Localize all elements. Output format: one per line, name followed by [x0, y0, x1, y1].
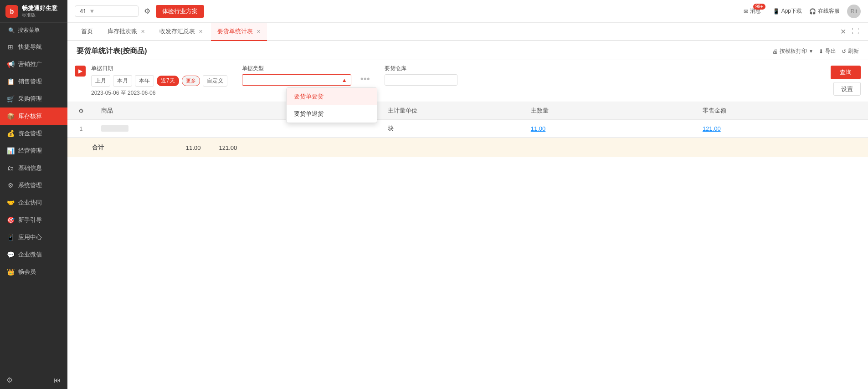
sidebar-nav: ⊞ 快捷导航 📢 营销推广 📋 销售管理 🛒 采购管理 📦 库存核算 💰 资金管…: [0, 38, 67, 371]
sidebar-item-label: 库存核算: [18, 112, 42, 120]
app-download-icon: 📱: [773, 8, 780, 15]
dropdown-item-return[interactable]: 要货单退货: [287, 105, 377, 123]
sales-icon: 📋: [6, 77, 15, 86]
sidebar-item-quick-nav[interactable]: ⊞ 快捷导航: [0, 38, 67, 56]
filter-actions: 查询 设置: [831, 66, 861, 96]
sidebar-item-member[interactable]: 👑 畅会员: [0, 263, 67, 281]
logo-text: 畅捷通好生意 标准版: [22, 5, 57, 18]
user-avatar[interactable]: Rit: [847, 5, 861, 18]
col-header-amount: 零售金额: [696, 102, 868, 120]
col-header-qty: 主数量: [524, 102, 696, 120]
service-icon: 🎧: [809, 8, 816, 15]
online-service-item[interactable]: 🎧 在线客服: [809, 7, 840, 15]
sidebar: b 畅捷通好生意 标准版 🔍 搜索菜单 ⊞ 快捷导航 📢 营销推广 📋 销售管理…: [0, 0, 67, 389]
sidebar-item-guide[interactable]: 🎯 新手引导: [0, 211, 67, 229]
tab-order-stat[interactable]: 要货单统计表 ✕: [211, 23, 267, 41]
date-btn-custom[interactable]: 自定义: [203, 75, 227, 87]
topbar: 41 ▼ ⚙ 体验行业方案 ✉ 消息 99+ 📱 App下载 🎧 在线客服 Ri…: [67, 0, 868, 23]
brand-name: 畅捷通好生意: [22, 5, 57, 12]
app-download-item[interactable]: 📱 App下载: [773, 7, 802, 15]
sidebar-item-sales[interactable]: 📋 销售管理: [0, 73, 67, 90]
sidebar-item-label: 新手引导: [18, 216, 42, 224]
date-btn-this-month[interactable]: 本月: [113, 75, 132, 87]
sidebar-item-basic[interactable]: 🗂 基础信息: [0, 159, 67, 177]
topbar-settings-icon[interactable]: ⚙: [144, 7, 150, 15]
page-actions: 🖨 按模板打印 ▼ ⬇ 导出 ↺ 刷新: [772, 47, 859, 55]
cell-amount: 121.00: [696, 120, 868, 138]
sidebar-item-inventory[interactable]: 📦 库存核算: [0, 107, 67, 125]
refresh-button[interactable]: ↺ 刷新: [842, 47, 859, 55]
filter-expand-button[interactable]: ▶: [75, 66, 86, 77]
tab-home[interactable]: 首页: [75, 23, 99, 41]
type-filter-label: 单据类型: [242, 65, 351, 72]
dropdown-item-replenish[interactable]: 要货单要货: [287, 88, 377, 105]
warehouse-input-row: [385, 74, 476, 86]
tab-batch-close[interactable]: ✕: [141, 29, 145, 35]
table-body: 1 块 11.00 121.00: [67, 120, 868, 138]
print-button[interactable]: 🖨 按模板打印 ▼: [772, 47, 813, 55]
settings-filter-button[interactable]: 设置: [833, 82, 861, 96]
tab-home-label: 首页: [81, 27, 93, 36]
sidebar-item-marketing[interactable]: 📢 营销推广: [0, 56, 67, 73]
message-badge: 99+: [753, 4, 765, 10]
tab-order-stat-label: 要货单统计表: [217, 27, 253, 36]
tab-batch[interactable]: 库存批次账 ✕: [101, 23, 151, 41]
sidebar-item-operations[interactable]: 📊 经营管理: [0, 142, 67, 159]
date-btn-7days[interactable]: 近7天: [157, 76, 179, 86]
sidebar-item-label: 资金管理: [18, 129, 42, 138]
type-filter-more[interactable]: •••: [360, 74, 370, 84]
wechat-icon: 💬: [6, 251, 15, 259]
trial-button[interactable]: 体验行业方案: [156, 5, 204, 18]
warehouse-filter-label: 要货仓库: [385, 65, 476, 72]
topbar-left: 41 ▼ ⚙ 体验行业方案: [75, 5, 204, 18]
search-icon: 🔍: [8, 27, 15, 34]
sidebar-item-finance[interactable]: 💰 资金管理: [0, 125, 67, 142]
sidebar-item-label: 基础信息: [18, 164, 42, 172]
tab-receive-close[interactable]: ✕: [199, 29, 203, 35]
purchase-icon: 🛒: [6, 95, 15, 103]
sidebar-item-label: 采购管理: [18, 95, 42, 103]
date-btn-last-month[interactable]: 上月: [91, 75, 110, 87]
sidebar-search[interactable]: 🔍 搜索菜单: [0, 23, 67, 38]
sidebar-item-label: 企业协同: [18, 199, 42, 207]
product-name-cell: [101, 125, 375, 132]
sidebar-item-appstore[interactable]: 📱 应用中心: [0, 229, 67, 246]
query-button[interactable]: 查询: [831, 66, 861, 79]
tab-order-stat-close[interactable]: ✕: [257, 29, 261, 35]
store-number: 41: [80, 8, 86, 15]
enterprise-icon: 🤝: [6, 199, 15, 207]
type-filter-input[interactable]: [246, 77, 342, 83]
sidebar-item-label: 经营管理: [18, 147, 42, 155]
date-btn-this-year[interactable]: 本年: [135, 75, 154, 87]
sidebar-item-wechat[interactable]: 💬 企业微信: [0, 246, 67, 263]
store-selector[interactable]: 41 ▼: [75, 5, 139, 17]
sidebar-item-label: 快捷导航: [18, 43, 42, 51]
export-label: 导出: [825, 47, 836, 55]
export-icon: ⬇: [819, 48, 823, 55]
table-footer: 合计 11.00 121.00: [67, 138, 868, 157]
tab-maximize-icon[interactable]: ⛶: [850, 26, 861, 37]
more-options-icon[interactable]: •••: [360, 74, 370, 84]
messages-item[interactable]: ✉ 消息 99+: [744, 7, 761, 15]
sidebar-item-label: 应用中心: [18, 233, 42, 241]
tab-close-all-icon[interactable]: ✕: [838, 26, 848, 38]
sidebar-item-system[interactable]: ⚙ 系统管理: [0, 177, 67, 194]
column-settings-icon[interactable]: ⚙: [78, 107, 84, 114]
tabbar: 首页 库存批次账 ✕ 收发存汇总表 ✕ 要货单统计表 ✕ ✕ ⛶: [67, 23, 868, 41]
date-btn-more[interactable]: 更多: [182, 76, 200, 86]
quick-nav-icon: ⊞: [6, 43, 15, 51]
print-icon: 🖨: [772, 48, 778, 55]
tab-receive[interactable]: 收发存汇总表 ✕: [153, 23, 209, 41]
export-button[interactable]: ⬇ 导出: [819, 47, 836, 55]
settings-footer-icon[interactable]: ⚙: [6, 376, 13, 384]
tab-receive-label: 收发存汇总表: [159, 27, 195, 36]
sidebar-item-enterprise[interactable]: 🤝 企业协同: [0, 194, 67, 211]
type-dropdown-arrow[interactable]: ▲: [342, 77, 347, 83]
col-header-settings[interactable]: ⚙: [67, 102, 95, 120]
sidebar-item-label: 销售管理: [18, 77, 42, 86]
sidebar-item-purchase[interactable]: 🛒 采购管理: [0, 90, 67, 107]
type-filter-select[interactable]: ▲: [242, 74, 351, 86]
warehouse-filter-input[interactable]: [385, 74, 457, 86]
collapse-icon[interactable]: ⏮: [54, 376, 61, 384]
print-dropdown-icon: ▼: [809, 49, 813, 54]
